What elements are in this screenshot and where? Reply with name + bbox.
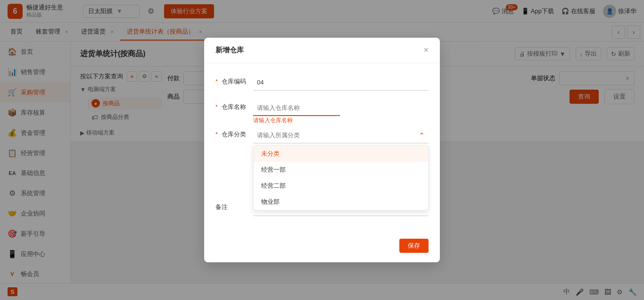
warehouse-name-row: * 仓库名称 请输入仓库名称 <box>215 100 429 116</box>
remark-label: 备注 <box>215 200 253 211</box>
dropdown-option-uncategorized[interactable]: 未分类 <box>254 146 428 162</box>
warehouse-name-label: * 仓库名称 <box>215 100 253 111</box>
warehouse-category-input[interactable] <box>253 127 429 143</box>
category-input-wrap: ⌃ <box>253 127 429 143</box>
category-dropdown-list: 未分类 经营一部 经营二部 物业部 <box>253 145 429 210</box>
warehouse-code-row: * 仓库编码 <box>215 75 429 91</box>
dropdown-option-property[interactable]: 物业部 <box>254 194 428 210</box>
new-warehouse-modal: 新增仓库 × * 仓库编码 * 仓库名称 <box>204 38 440 262</box>
warehouse-category-label: * 仓库分类 <box>215 127 253 139</box>
required-star: * <box>215 78 218 85</box>
modal-overlay: 新增仓库 × * 仓库编码 * 仓库名称 <box>0 0 644 300</box>
warehouse-code-label: * 仓库编码 <box>215 75 253 86</box>
modal-body: * 仓库编码 * 仓库名称 请输入仓库名称 * <box>204 63 440 233</box>
modal-header: 新增仓库 × <box>204 38 440 63</box>
category-dropdown-arrow[interactable]: ⌃ <box>419 131 425 140</box>
dropdown-option-ops2[interactable]: 经营二部 <box>254 178 428 194</box>
warehouse-category-row: * 仓库分类 ⌃ 未分类 经营一部 经营二部 <box>215 127 429 143</box>
warehouse-name-error: 请输入仓库名称 <box>253 117 293 125</box>
required-star2: * <box>215 103 218 110</box>
required-star3: * <box>215 131 218 138</box>
modal-close-btn[interactable]: × <box>423 45 429 55</box>
modal-footer: 保存 <box>204 233 440 262</box>
modal-save-btn[interactable]: 保存 <box>399 239 429 253</box>
warehouse-name-input[interactable] <box>253 100 340 116</box>
modal-title: 新增仓库 <box>215 46 244 55</box>
dropdown-option-ops1[interactable]: 经营一部 <box>254 162 428 178</box>
warehouse-code-input[interactable] <box>253 75 429 91</box>
